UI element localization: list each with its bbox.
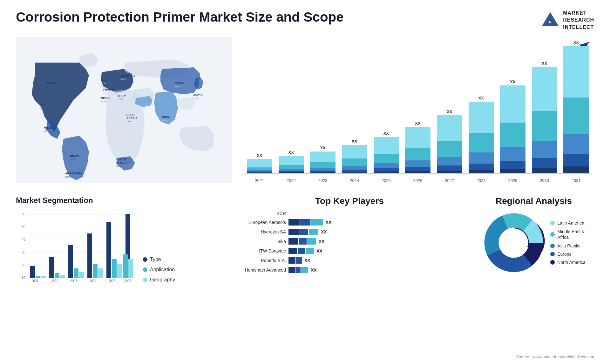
svg-text:SAUDI: SAUDI: [126, 113, 135, 117]
bar-x-label: 2027: [435, 176, 464, 183]
bar-segment: [500, 85, 525, 123]
bar-segment: [310, 162, 336, 168]
bar-x-label: 2030: [530, 176, 559, 183]
bar-segment: [342, 166, 367, 170]
bar-segment: [532, 158, 557, 168]
bar-segment: [342, 172, 367, 173]
svg-rect-71: [123, 254, 128, 278]
map-section: CANADA xx% U.S. xx% MEXICO xx% BRAZIL xx…: [16, 37, 232, 190]
bar-segment: [563, 98, 589, 133]
page-container: Corrosion Protection Primer Market Size …: [0, 0, 610, 364]
player-bar: [288, 248, 314, 254]
bar-segment: [310, 152, 336, 162]
svg-rect-59: [74, 268, 78, 278]
player-bar: [288, 238, 316, 245]
player-bar-segment: [300, 219, 310, 226]
player-row: ITW SpraytecXX: [235, 248, 464, 254]
bar-stack: [532, 67, 557, 173]
svg-rect-67: [112, 259, 117, 278]
svg-rect-52: [41, 276, 46, 278]
svg-text:xx%: xx%: [40, 106, 44, 109]
bar-segment: [405, 148, 430, 160]
bar-stack: [500, 85, 525, 173]
player-name: European Aerosols: [235, 220, 286, 225]
segmentation-chart: 60 50 40 30 20 10: [16, 210, 137, 283]
bar-segment: [279, 156, 304, 165]
bar-segment: [437, 141, 462, 157]
legend-geography: Geography: [143, 277, 175, 283]
bar-x-label: 2029: [498, 176, 528, 183]
svg-text:JAPAN: JAPAN: [193, 93, 203, 97]
segmentation-legend: Type Application Geography: [143, 257, 175, 283]
bar-x-label: 2028: [466, 176, 496, 183]
legend-type-dot: [143, 257, 147, 262]
bar-segment: [532, 168, 557, 173]
player-xx-label: XX: [321, 229, 327, 234]
world-map-svg: CANADA xx% U.S. xx% MEXICO xx% BRAZIL xx…: [16, 37, 232, 183]
player-name: 4CR: [235, 211, 286, 216]
bar-segment: [563, 154, 589, 166]
svg-text:ITALY: ITALY: [118, 94, 126, 98]
player-bar-segment: [296, 257, 302, 264]
legend-geography-dot: [143, 278, 147, 282]
regional-latin-dot: [550, 221, 555, 225]
bar-segment: [469, 133, 494, 152]
svg-text:40: 40: [22, 238, 25, 241]
bar-segment: [437, 171, 462, 173]
bar-segment: [532, 141, 557, 158]
bar-segment: [310, 172, 336, 173]
bar-x-label: 2023: [308, 176, 338, 183]
bar-segment: [437, 157, 462, 166]
bar-x-label: 2024: [340, 176, 369, 183]
svg-text:ARGENTINA: ARGENTINA: [65, 172, 82, 175]
bar-stack: [342, 145, 367, 173]
player-xx-label: XX: [304, 258, 310, 263]
svg-text:xx%: xx%: [101, 100, 106, 103]
bar-group: XX: [371, 131, 401, 173]
player-row: SikaXX: [235, 238, 464, 245]
svg-text:2022: 2022: [51, 279, 58, 283]
player-name: Sika: [235, 239, 286, 244]
segmentation-title: Market Segmentation: [16, 196, 226, 205]
bar-segment: [469, 164, 494, 170]
svg-text:xx%: xx%: [193, 97, 198, 100]
svg-text:M: M: [549, 20, 552, 24]
svg-text:FRANCE: FRANCE: [103, 88, 115, 91]
bar-segment: [374, 154, 399, 163]
player-bar-segment: [300, 229, 308, 235]
player-bar-segment: [307, 238, 316, 245]
svg-text:xx%: xx%: [116, 165, 121, 167]
svg-point-80: [499, 228, 528, 257]
bar-segment: [247, 167, 272, 170]
bar-segment: [500, 161, 525, 169]
player-row: 4CR: [235, 211, 464, 216]
bar-x-label: 2022: [276, 176, 306, 183]
player-bar-segment: [288, 257, 295, 264]
bar-segment: [405, 127, 430, 148]
regional-asia-dot: [550, 244, 555, 248]
svg-text:xx%: xx%: [118, 98, 123, 101]
player-bar-segment: [309, 229, 318, 235]
regional-europe-dot: [550, 252, 555, 256]
bar-segment: [500, 169, 525, 173]
svg-text:xx%: xx%: [70, 158, 75, 161]
bar-segment: [563, 46, 589, 98]
svg-text:60: 60: [22, 212, 25, 216]
svg-text:U.S.: U.S.: [40, 103, 45, 106]
svg-text:ARABIA: ARABIA: [126, 117, 138, 120]
bar-segment: [405, 171, 430, 173]
svg-text:CANADA: CANADA: [46, 82, 58, 85]
svg-rect-68: [117, 264, 122, 278]
bar-stack: [279, 156, 304, 173]
source-text: Source : www.marketresearchintellect.com: [516, 354, 594, 359]
page-title: Corrosion Protection Primer Market Size …: [16, 10, 344, 25]
player-bar-segment: [299, 238, 307, 245]
bar-segment: [374, 172, 399, 173]
bar-segment: [342, 145, 367, 158]
svg-rect-56: [60, 275, 65, 278]
bar-segment: [374, 168, 399, 171]
svg-rect-55: [55, 273, 59, 278]
bar-x-label: 2021: [245, 176, 274, 183]
player-name: Hydroton SA: [235, 229, 286, 234]
bar-segment: [532, 67, 557, 111]
